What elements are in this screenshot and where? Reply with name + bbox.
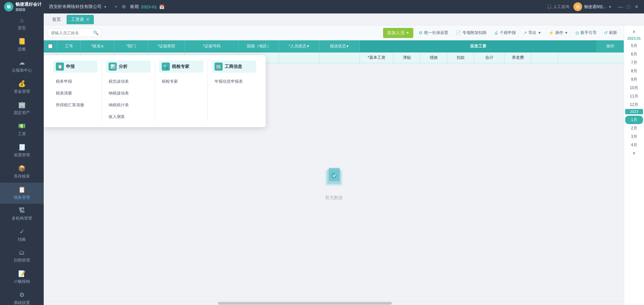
sidebar-item-archive[interactable]: 🗂 归档管理 [0,246,44,267]
settings-icon[interactable]: ⚙ [122,4,126,9]
select-all-checkbox[interactable] [48,44,52,48]
th-sub-total: 合计 [474,52,504,63]
company-selector[interactable]: 西安虾米网络科技有限公司 ▼ [49,4,107,10]
social-insurance-btn[interactable]: ⚙ 统一社保设置 [416,29,451,37]
close-window-button[interactable]: ✕ [633,3,640,10]
scrollbar-thumb[interactable] [218,302,392,305]
invoice-icon: 🧾 [18,144,26,151]
user-dropdown-arrow[interactable]: ▼ [608,5,612,9]
dropdown-section-analysis: 📊 分析 税负波动表 纳税波动表 纳税统计表 [102,61,155,122]
calendar-year-2023: 2023 [625,109,643,114]
section-header-business: 🏢 工商信息 [212,61,256,73]
calendar-month-2[interactable]: 2月 [625,124,643,132]
search-icon[interactable]: 🔍 [93,30,99,35]
sidebar-item-closing[interactable]: ✓ 结账 [0,225,44,246]
maximize-button[interactable]: □ [625,3,632,10]
avatar: 畅 [573,2,582,11]
th-name[interactable]: *姓名 ⇅ [81,40,114,52]
operations-icon: ⚡ [548,30,554,35]
filter-icon-report[interactable]: ▼ [346,44,349,48]
export-btn[interactable]: ↗ 导出 ▼ [521,29,544,37]
export-dropdown-arrow: ▼ [538,31,541,35]
sidebar-item-ledger[interactable]: 📒 总账 [0,34,44,55]
dropdown-section-declaration: 📋 申报 税务申报 税表清册 所得税汇算清缴 [49,61,102,122]
export-icon: ↗ [523,30,527,35]
calendar-month-9[interactable]: 9月 [625,75,643,84]
operations-btn[interactable]: ⚡ 操作 ▼ [546,29,571,37]
special-deduct-btn[interactable]: 📄 专项附加扣除 [453,29,489,37]
calendar-month-3[interactable]: 3月 [625,132,643,141]
dropdown-item-tax-table[interactable]: 税表清册 [53,88,98,98]
app-title: 畅捷通好会计 [15,1,42,7]
dropdown-item-tax-declare[interactable]: 税务申报 [53,77,98,86]
sidebar-item-promo[interactable]: 📝 小畅报销 [0,267,44,288]
new-guide-icon: ◎ [575,30,579,35]
add-person-button[interactable]: 添加人员 ▼ [383,28,413,38]
right-panel: ▲ 2023.01 5月 6月 7月 8月 9月 10月 11月 12月 202… [624,26,644,305]
new-guide-btn[interactable]: ◎ 新手引导 [573,29,599,37]
add-icon[interactable]: ＋ [114,4,118,10]
calendar-month-11[interactable]: 11月 [625,92,643,101]
main-layout: ⌂ 首页 📒 总账 ☁ 云报表中心 💰 资金管理 🏢 固定资产 💵 工资 🧾 发… [0,13,644,305]
calendar-month-7[interactable]: 7月 [625,59,643,67]
search-input[interactable] [51,31,91,35]
dropdown-item-income-tax-calc[interactable]: 所得税汇算清缴 [53,100,98,110]
dropdown-section-business: 🏢 工商信息 年报信息申报表 [208,61,260,122]
toolbar-area: 🔍 添加人员 ▼ ⚙ 统一社保设置 📄 专项附加扣除 [44,26,624,305]
minimize-button[interactable]: — [617,3,624,10]
sidebar-item-invoice[interactable]: 🧾 发票管理 [0,140,44,161]
sidebar-item-assets[interactable]: 🏢 固定资产 [0,98,44,119]
sidebar-item-inventory[interactable]: 📦 库存核算 [0,161,44,183]
window-controls: — □ ✕ [617,3,640,10]
dropdown-item-tax-paid[interactable]: 纳税波动表 [106,88,150,98]
sidebar-item-tax[interactable]: 📋 税务管理 [0,183,44,204]
calendar-month-4[interactable]: 4月 [625,141,643,149]
sort-icon-name[interactable]: ⇅ [101,44,104,48]
th-checkbox[interactable] [44,40,57,52]
period-selector[interactable]: 账期 2023-01 📅 [130,4,164,10]
calendar-down-arrow[interactable]: ▼ [631,149,638,157]
refresh-btn[interactable]: ↺ 刷新 [601,29,620,37]
app-logo: 畅 畅捷通好会计 旗舰版 [4,1,42,12]
assets-icon: 🏢 [18,101,26,109]
th-status[interactable]: *人员状态 ▼ [279,40,319,52]
sidebar-item-multi[interactable]: 🏗 多机构管理 [0,204,44,225]
th-sub-deduct: 扣款 [447,52,474,63]
th-sub-ops [531,52,558,63]
headset-icon: 🎧 [547,4,552,9]
calendar-month-6[interactable]: 6月 [625,50,643,59]
calendar-month-5[interactable]: 5月 [625,42,643,50]
th-report[interactable]: 报送状态 ▼ [319,40,360,52]
sidebar-item-cloud[interactable]: ☁ 云报表中心 [0,55,44,77]
tab-close-button[interactable]: ✕ [86,17,89,22]
dropdown-item-tax-burden[interactable]: 税负波动表 [106,77,150,86]
user-info[interactable]: 畅 畅捷通B组... ▼ [573,2,612,11]
calendar-icon[interactable]: 📅 [159,4,164,9]
dropdown-item-annual-report[interactable]: 年报信息申报表 [212,77,256,86]
dropdown-item-tax-check[interactable]: 税检专家 [159,77,203,86]
calendar-month-12[interactable]: 12月 [625,101,643,109]
calendar-month-10[interactable]: 10月 [625,84,643,92]
tab-home[interactable]: 首页 [48,15,65,24]
filter-icon-status[interactable]: ▼ [306,44,310,48]
social-insurance-icon: ⚙ [419,30,423,35]
search-box: 🔍 [48,29,102,37]
dropdown-item-tax-stat[interactable]: 纳税统计表 [106,100,150,110]
sidebar-item-salary[interactable]: 💵 工资 [0,119,44,140]
th-sub-pension: 养老费 [504,52,531,63]
th-num: 工号 [57,40,81,52]
sidebar-item-funds[interactable]: 💰 资金管理 [0,77,44,98]
dropdown-item-income-calc[interactable]: 收入测算 [106,112,150,122]
sidebar-item-home[interactable]: ⌂ 首页 [0,13,44,34]
company-dropdown-arrow[interactable]: ▼ [104,5,107,9]
calendar-month-1[interactable]: 1月 [625,116,643,124]
calendar-month-8[interactable]: 8月 [625,67,643,75]
table-area: 工号 *姓名 ⇅ *部门 *证据类型 *证据号码 [44,40,624,305]
tab-salary-table[interactable]: 工资表 ✕ [67,15,94,24]
sidebar-item-settings[interactable]: ⚙ 基础设置 [0,288,44,305]
tax-declaration-btn[interactable]: 🖨 个税申报 [491,29,519,37]
calendar-up-arrow[interactable]: ▲ [631,27,638,35]
tax-icon: 📋 [18,186,26,193]
help-button[interactable]: 🎧 人工咨询 [547,4,569,10]
scrollbar-area[interactable] [44,301,624,305]
